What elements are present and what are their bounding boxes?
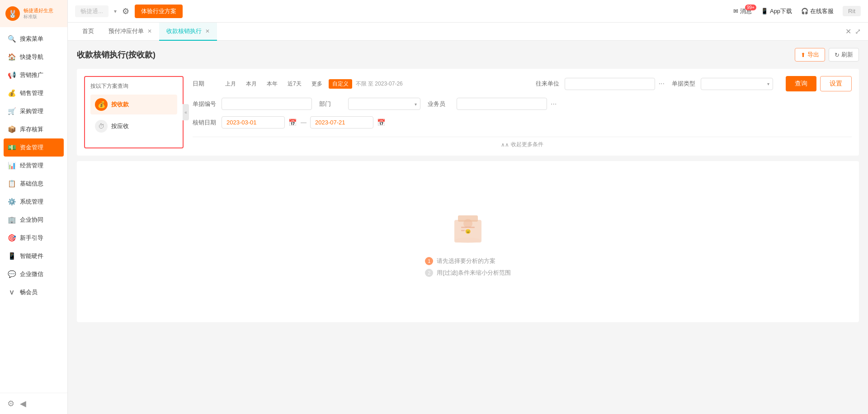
sidebar-item-inventory[interactable]: 📦 库存核算 [0, 120, 67, 138]
topbar-dropdown-icon[interactable]: ▾ [114, 8, 117, 14]
empty-tips: 1 请先选择要分析的方案 2 用[过滤]条件来缩小分析范围 [425, 257, 510, 277]
service-label: 在线客服 [810, 7, 834, 15]
empty-illustration: 😐 [445, 206, 491, 252]
user-avatar[interactable]: Rit [843, 6, 861, 16]
sidebar-item-label: 系统管理 [20, 198, 43, 206]
sidebar-item-system[interactable]: ⚙️ 系统管理 [0, 193, 67, 211]
sidebar-item-hardware[interactable]: 📱 智能硬件 [0, 247, 67, 265]
doc-type-label: 单据类型 [672, 80, 697, 88]
verify-date-start-calendar-icon[interactable]: 📅 [288, 119, 297, 127]
sidebar-item-marketing[interactable]: 📢 营销推广 [0, 66, 67, 84]
date-this-year-btn[interactable]: 本年 [263, 79, 281, 89]
verify-date-end-input[interactable] [310, 116, 373, 128]
doc-type-select[interactable] [701, 78, 773, 90]
filter-panel: 按以下方案查询 💰 按收款 ⏱ 按应收 « 日期 [77, 69, 859, 156]
app-icon: 📱 [761, 8, 768, 14]
settings-bottom-icon[interactable]: ⚙ [7, 399, 14, 409]
date-more-btn[interactable]: 更多 [308, 79, 326, 89]
tab-receipt-verify-label: 收款核销执行 [166, 27, 202, 35]
sidebar-item-enterprise[interactable]: 🏢 企业协同 [0, 211, 67, 229]
tab-receipt-verify-close-icon[interactable]: ✕ [205, 28, 210, 34]
refresh-label: 刷新 [841, 51, 853, 59]
date-shortcuts: 上月 本月 本年 近7天 更多 自定义 [222, 79, 352, 89]
filter-panel-title: 按以下方案查询 [90, 82, 177, 90]
sidebar-item-operation[interactable]: 📊 经营管理 [0, 157, 67, 175]
tab-receipt-verify[interactable]: 收款核销执行 ✕ [159, 23, 217, 41]
sidebar-item-search[interactable]: 🔍 搜索菜单 [0, 30, 67, 48]
refresh-icon: ↻ [835, 52, 840, 58]
partner-dots-icon[interactable]: ··· [659, 80, 665, 88]
sidebar-item-purchase[interactable]: 🛒 采购管理 [0, 102, 67, 120]
sales-nav-icon: 💰 [7, 89, 16, 98]
date-custom-btn[interactable]: 自定义 [329, 79, 352, 89]
sidebar-item-wechat[interactable]: 💬 企业微信 [0, 265, 67, 283]
tip-num-1: 1 [425, 257, 433, 265]
app-download-button[interactable]: 📱 App下载 [761, 7, 792, 15]
sidebar-item-guide[interactable]: 🎯 新手引导 [0, 229, 67, 247]
page-title-text: 收款核销执行(按收款) [77, 49, 156, 60]
dept-select[interactable] [348, 98, 420, 110]
sidebar-item-basic-info[interactable]: 📋 基础信息 [0, 175, 67, 193]
empty-tip-1: 1 请先选择要分析的方案 [425, 257, 510, 265]
tip-num-2: 2 [425, 269, 433, 277]
date-label: 日期 [193, 80, 218, 88]
online-service-button[interactable]: 🎧 在线客服 [801, 7, 834, 15]
topbar-settings-icon[interactable]: ⚙ [122, 6, 129, 16]
verify-date-end-calendar-icon[interactable]: 📅 [377, 119, 386, 127]
date-last-month-btn[interactable]: 上月 [222, 79, 240, 89]
sidebar-item-label: 快捷导航 [20, 53, 43, 61]
topbar-brand: 畅捷通... [75, 5, 108, 17]
settings-button[interactable]: 设置 [820, 76, 852, 91]
sidebar-item-finance[interactable]: 💵 资金管理 [4, 138, 64, 157]
tab-home[interactable]: 首页 [75, 23, 101, 41]
sidebar-item-member[interactable]: V 畅会员 [0, 283, 67, 301]
date-7days-btn[interactable]: 近7天 [284, 79, 305, 89]
tab-prepay-close-icon[interactable]: ✕ [147, 28, 152, 34]
staff-input[interactable] [457, 98, 547, 110]
page-title-row: 收款核销执行(按收款) ⬆ 导出 ↻ 刷新 [77, 48, 859, 62]
collapse-more-icon: ∧∧ [501, 142, 509, 148]
sidebar-item-quick-nav[interactable]: 🏠 快捷导航 [0, 48, 67, 66]
message-icon: ✉ [733, 8, 738, 14]
sidebar-item-label: 企业协同 [20, 216, 43, 224]
staff-field: 业务员 ··· [428, 98, 557, 110]
query-button[interactable]: 查询 [786, 76, 816, 91]
dept-label: 部门 [319, 100, 344, 108]
date-this-month-btn[interactable]: 本月 [242, 79, 260, 89]
doc-type-field: 单据类型 ▾ [672, 78, 773, 90]
basic-nav-icon: 📋 [7, 179, 16, 188]
tab-home-label: 首页 [82, 27, 94, 35]
tabbar: 首页 预付冲应付单 ✕ 收款核销执行 ✕ ✕ ⤢ [68, 23, 868, 41]
export-icon: ⬆ [801, 52, 806, 58]
message-badge: 99+ [745, 5, 756, 10]
main-area: 畅捷通... ▾ ⚙ 体验行业方案 ✉ 消息 99+ 📱 App下载 🎧 在线客… [68, 0, 868, 414]
tab-prepay[interactable]: 预付冲应付单 ✕ [101, 23, 159, 41]
sidebar-item-sales[interactable]: 💰 销售管理 [0, 84, 67, 102]
search-nav-icon: 🔍 [7, 34, 16, 43]
verify-date-start-input[interactable] [222, 116, 285, 128]
verify-date-input-row: 📅 — 📅 [222, 116, 386, 128]
filter-option-receipt[interactable]: 💰 按收款 [90, 95, 177, 114]
doc-no-input[interactable] [222, 98, 312, 110]
wechat-nav-icon: 💬 [7, 270, 16, 279]
maximize-tab-icon[interactable]: ⤢ [855, 27, 861, 36]
staff-dots-icon[interactable]: ··· [551, 100, 557, 108]
logo-area: 🐰 畅捷通好生意 标准版 [0, 0, 67, 27]
refresh-button[interactable]: ↻ 刷新 [829, 48, 859, 62]
message-button[interactable]: ✉ 消息 99+ [733, 7, 752, 15]
query-buttons: 查询 设置 [786, 76, 852, 91]
collapse-more-button[interactable]: ∧∧ 收起更多条件 [193, 137, 852, 148]
logo-name: 畅捷通好生意 [24, 7, 53, 14]
collapse-filter-button[interactable]: « [183, 104, 189, 120]
sidebar-item-label: 采购管理 [20, 107, 43, 115]
filter-option-receivable[interactable]: ⏱ 按应收 [90, 116, 177, 136]
page-actions: ⬆ 导出 ↻ 刷新 [795, 48, 859, 62]
collapse-sidebar-icon[interactable]: ◀ [20, 399, 26, 409]
date-range-dash: — [301, 119, 307, 126]
solution-button[interactable]: 体验行业方案 [135, 5, 183, 18]
partner-input[interactable] [565, 78, 655, 90]
export-button[interactable]: ⬆ 导出 [795, 48, 825, 62]
logo-icon: 🐰 [5, 6, 20, 21]
close-tab-icon[interactable]: ✕ [845, 27, 851, 36]
staff-label: 业务员 [428, 100, 453, 108]
